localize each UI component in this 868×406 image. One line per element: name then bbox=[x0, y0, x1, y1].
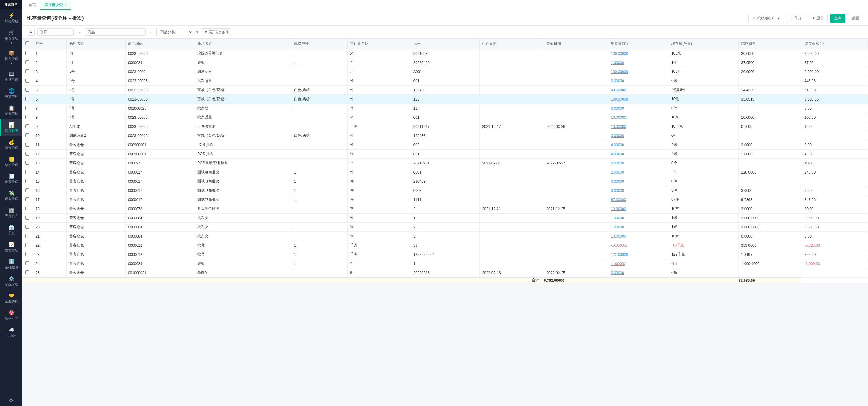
warehouse-filter-dots[interactable]: ··· bbox=[76, 30, 82, 34]
cell-qty-main[interactable]: 122.00000 bbox=[608, 250, 669, 259]
cell-prod-date: 2021-09-01 bbox=[479, 159, 544, 168]
tab-home[interactable]: 首页 bbox=[24, 1, 40, 10]
sidebar-item-basic-info[interactable]: ℹ️ 基础信息 bbox=[0, 256, 22, 273]
cell-code: 000097 bbox=[125, 159, 194, 168]
goods-filter-dots[interactable]: ··· bbox=[148, 30, 154, 34]
print-button[interactable]: 🖨 按模版打印 ▼ bbox=[748, 14, 784, 23]
export-button[interactable]: ↑ 导出 bbox=[787, 14, 805, 23]
sidebar-item-quick-nav[interactable]: ⚡ 快捷导航 bbox=[0, 9, 22, 27]
cell-qty-main[interactable]: 2.00000 bbox=[608, 168, 669, 177]
cell-seq: 20 bbox=[33, 223, 66, 232]
sidebar-logo[interactable]: 搜索菜单 bbox=[0, 0, 22, 9]
sidebar-item-sys[interactable]: ⚙️ 系统管理 bbox=[0, 273, 22, 290]
cell-qty-main[interactable]: 10.00000 bbox=[608, 204, 669, 213]
cell-qty-main[interactable]: 1.00000 bbox=[608, 213, 669, 223]
row-checkbox[interactable] bbox=[22, 86, 33, 95]
row-checkbox[interactable] bbox=[22, 177, 33, 186]
cell-qty-main[interactable]: 0.00000 bbox=[608, 131, 669, 140]
cell-qty-main[interactable]: 49.60000 bbox=[608, 86, 669, 95]
cell-seq: 8 bbox=[33, 113, 66, 122]
select-all-checkbox[interactable] bbox=[25, 41, 29, 45]
cell-qty-main[interactable]: 0.00000 bbox=[608, 268, 669, 278]
cell-qty-main[interactable]: 87.00000 bbox=[608, 195, 669, 204]
row-checkbox[interactable] bbox=[22, 67, 33, 76]
row-checkbox[interactable] bbox=[22, 131, 33, 140]
sidebar-item-mini-ecom[interactable]: 💻 小脑电商 bbox=[0, 68, 22, 85]
sidebar-item-inventory[interactable]: 📊 库存核查 bbox=[0, 119, 22, 136]
category-filter-select[interactable]: 商品分类 bbox=[156, 28, 193, 36]
sidebar-item-retail[interactable]: 🛒 零售管理 ▼ bbox=[0, 27, 22, 47]
sidebar-item-finance[interactable]: 💰 资金管理 bbox=[0, 136, 22, 153]
row-checkbox[interactable] bbox=[22, 268, 33, 278]
cell-warehouse: 普客仓仓 bbox=[66, 250, 125, 259]
cell-code: 0023-00005 bbox=[125, 113, 194, 122]
query-button[interactable]: 查询 bbox=[830, 14, 845, 23]
expand-filter-button[interactable]: ▶ bbox=[27, 29, 35, 36]
cell-code: 0000012 bbox=[125, 250, 194, 259]
sidebar-item-tax[interactable]: 💸 税务管理 bbox=[0, 187, 22, 204]
settings-button[interactable]: 设置 bbox=[848, 14, 863, 23]
cell-qty-main[interactable]: 4.00000 bbox=[608, 140, 669, 149]
cell-unit: 千克 bbox=[347, 122, 411, 131]
cell-qty-main[interactable]: 0.00000 bbox=[608, 159, 669, 168]
header-checkbox[interactable] bbox=[22, 39, 33, 49]
cell-qty-main[interactable]: 1.00000 bbox=[608, 58, 669, 67]
cell-batch: 20210901 bbox=[411, 159, 479, 168]
row-checkbox[interactable] bbox=[22, 122, 33, 131]
cell-qty-main[interactable]: 10.00000 bbox=[608, 232, 669, 241]
row-checkbox[interactable] bbox=[22, 140, 33, 149]
sidebar-item-cloud[interactable]: ☁️ 云应用 bbox=[0, 324, 22, 341]
row-checkbox[interactable] bbox=[22, 213, 33, 223]
row-checkbox[interactable] bbox=[22, 113, 33, 122]
sidebar-item-hr[interactable]: 👔 工资 bbox=[0, 222, 22, 238]
row-checkbox[interactable] bbox=[22, 104, 33, 113]
cell-qty-main[interactable]: 0.00000 bbox=[608, 177, 669, 186]
sidebar-item-fixed-assets[interactable]: 🏢 固定资产 bbox=[0, 204, 22, 222]
warehouse-filter-input[interactable] bbox=[37, 28, 74, 36]
cell-qty-main[interactable]: -1.00000 bbox=[608, 259, 669, 268]
sidebar-item-purchase[interactable]: 📋 采购管理 bbox=[0, 102, 22, 119]
cell-qty-main[interactable]: 3.00000 bbox=[608, 186, 669, 195]
sidebar-item-wholesale[interactable]: 📦 批发管理 ▼ bbox=[0, 47, 22, 68]
sidebar-item-ops[interactable]: 📈 经营管理 bbox=[0, 238, 22, 256]
cell-qty-main[interactable]: 100.00000 bbox=[608, 49, 669, 58]
row-checkbox[interactable] bbox=[22, 259, 33, 268]
row-checkbox[interactable] bbox=[22, 250, 33, 259]
cell-exp-date: 2022-02-25 bbox=[544, 268, 608, 278]
row-checkbox[interactable] bbox=[22, 159, 33, 168]
row-checkbox[interactable] bbox=[22, 186, 33, 195]
sidebar-item-invoice[interactable]: 🧾 发票管理 bbox=[0, 170, 22, 187]
row-checkbox[interactable] bbox=[22, 58, 33, 67]
row-checkbox[interactable] bbox=[22, 232, 33, 241]
row-checkbox[interactable] bbox=[22, 241, 33, 250]
settings-icon[interactable]: ⚙ bbox=[0, 395, 22, 406]
cell-qty-main[interactable]: 100.00000 bbox=[608, 95, 669, 104]
row-checkbox[interactable] bbox=[22, 149, 33, 159]
row-checkbox[interactable] bbox=[22, 168, 33, 177]
row-checkbox[interactable] bbox=[22, 76, 33, 86]
cell-qty-main[interactable]: -16.00000 bbox=[608, 241, 669, 250]
sidebar-item-collab[interactable]: 🤝 企业协同 bbox=[0, 290, 22, 307]
sidebar-item-label: 云应用 bbox=[6, 333, 17, 338]
row-checkbox[interactable] bbox=[22, 49, 33, 58]
cell-qty-main[interactable]: 100.00000 bbox=[608, 67, 669, 76]
show-button[interactable]: 👁 显示 bbox=[808, 14, 828, 23]
expand-more-conditions-button[interactable]: ▼ 展开更多条件 bbox=[202, 28, 231, 36]
row-checkbox[interactable] bbox=[22, 95, 33, 104]
row-checkbox[interactable] bbox=[22, 223, 33, 232]
goods-filter-input[interactable] bbox=[85, 28, 146, 36]
sidebar-item-newbie[interactable]: 🎯 新手引导 bbox=[0, 307, 22, 324]
sidebar-item-total-account[interactable]: 📒 总账管理 bbox=[0, 153, 22, 170]
row-checkbox[interactable] bbox=[22, 204, 33, 213]
sidebar-item-ecom[interactable]: 🌐 电商管理 bbox=[0, 85, 22, 102]
cell-qty-main[interactable]: 10.00000 bbox=[608, 113, 669, 122]
cell-qty-main[interactable]: 0.00000 bbox=[608, 76, 669, 86]
row-checkbox[interactable] bbox=[22, 195, 33, 204]
tab-close-icon[interactable]: × bbox=[65, 3, 67, 7]
tab-inventory-batch[interactable]: 库存批次查 × bbox=[40, 1, 71, 10]
cell-qty-main[interactable]: 0.00000 bbox=[608, 104, 669, 113]
cell-exp-date bbox=[544, 86, 608, 95]
cell-qty-main[interactable]: 1.00000 bbox=[608, 223, 669, 232]
cell-qty-main[interactable]: 10.00000 bbox=[608, 122, 669, 131]
cell-qty-main[interactable]: 4.00000 bbox=[608, 149, 669, 159]
